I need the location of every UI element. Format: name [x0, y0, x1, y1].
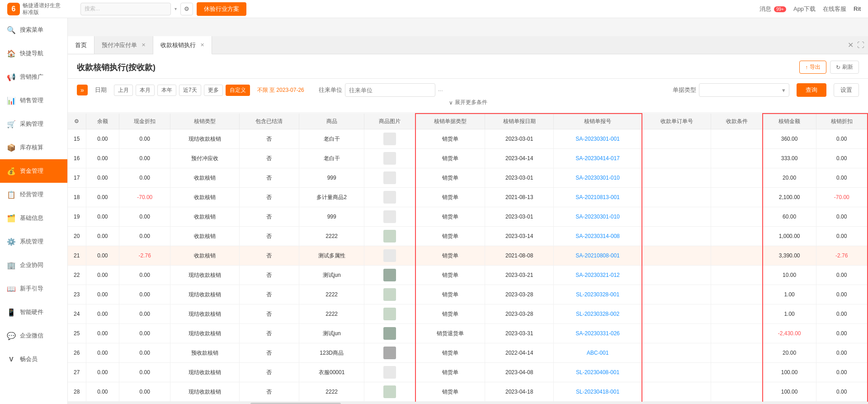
cell-writeoff-bill-date: 2023-04-14	[485, 149, 554, 168]
industry-button[interactable]: 休验行业方案	[197, 2, 246, 16]
from-unit-input[interactable]	[345, 83, 435, 97]
date-btn-this-month[interactable]: 本月	[136, 85, 155, 96]
table-row: 21 0.00 -2.76 收款核销 否 测试多属性 销货单 2021-08-0…	[68, 246, 868, 266]
cell-writeoff-bill-date: 2021-08-13	[485, 188, 554, 207]
th-writeoff-type: 核销类型	[170, 114, 239, 129]
cell-writeoff-bill-type: 销货单	[415, 382, 485, 402]
gear-button[interactable]: ⚙	[180, 3, 193, 15]
tab-receipt-writeoff[interactable]: 收款核销执行 ✕	[153, 36, 212, 54]
table-row: 28 0.00 0.00 现结收款核销 否 2222 销货单 2023-04-1…	[68, 382, 868, 402]
cell-writeoff-bill-no: SL-20230328-001	[554, 285, 642, 304]
query-button[interactable]: 查询	[797, 83, 826, 97]
tab-expand-icon[interactable]: ⛶	[857, 41, 864, 49]
sidebar-item-marketing[interactable]: 📢 营销推广	[0, 65, 67, 89]
cell-writeoff-bill-no: SA-20230301-010	[554, 207, 642, 227]
date-btn-7days[interactable]: 近7天	[179, 85, 201, 96]
cell-writeoff-amount: 360.00	[763, 129, 816, 149]
table-row: 20 0.00 0.00 收款核销 否 2222 销货单 2023-03-14 …	[68, 227, 868, 246]
cell-writeoff-amount: 60.00	[763, 207, 816, 227]
writeoff-bill-no-link[interactable]: SA-20230301-010	[576, 214, 619, 220]
writeoff-bill-no-link[interactable]: SA-20210808-001	[576, 252, 619, 259]
cell-receipt-order-no	[642, 266, 711, 285]
cell-goods-img	[364, 304, 415, 324]
bill-type-select[interactable]: ▾	[699, 83, 789, 97]
sidebar-item-basicinfo[interactable]: 🗂️ 基础信息	[0, 206, 67, 230]
writeoff-bill-no-link[interactable]: SA-20230301-010	[576, 175, 619, 181]
th-settings[interactable]: ⚙	[68, 114, 86, 129]
th-balance: 余额	[86, 114, 119, 129]
cell-writeoff-type: 预收款核销	[170, 343, 239, 363]
cell-include-settled: 否	[239, 129, 299, 149]
writeoff-bill-no-link[interactable]: ABC-001	[587, 350, 609, 356]
user-name: Rit	[854, 5, 861, 12]
writeoff-bill-no-link[interactable]: SL-20230328-001	[576, 291, 619, 298]
sidebar-item-smarthw[interactable]: 📱 智能硬件	[0, 300, 67, 324]
settings-button[interactable]: 设置	[834, 83, 859, 97]
cell-writeoff-bill-type: 销货单	[415, 129, 485, 149]
more-options-icon[interactable]: ···	[438, 87, 443, 94]
date-btn-custom[interactable]: 自定义	[226, 85, 250, 96]
cell-receipt-condition	[711, 149, 763, 168]
tab-prepay[interactable]: 预付冲应付单 ✕	[94, 36, 153, 54]
cell-no: 26	[68, 343, 86, 363]
date-btn-this-year[interactable]: 本年	[157, 85, 176, 96]
cell-goods: 999	[299, 168, 364, 188]
sidebar-item-purchase[interactable]: 🛒 采购管理	[0, 112, 67, 136]
tab-prepay-close[interactable]: ✕	[142, 42, 146, 48]
writeoff-bill-no-link[interactable]: SA-20230414-017	[576, 155, 619, 162]
cell-receipt-order-no	[642, 304, 711, 324]
cell-writeoff-bill-type: 销货单	[415, 343, 485, 363]
table-container: ⚙ 余额 现金折扣 核销类型 包含已结清 商品 商品图片 核销单据类型 核销单报…	[68, 113, 868, 404]
writeoff-bill-no-link[interactable]: SL-20230328-002	[576, 311, 619, 317]
marketing-icon: 📢	[7, 73, 15, 81]
date-btn-more[interactable]: 更多	[204, 85, 223, 96]
expand-more-bar[interactable]: ∨ 展开更多条件	[77, 97, 859, 108]
sidebar-item-system[interactable]: ⚙️ 系统管理	[0, 230, 67, 253]
sidebar-item-wechat[interactable]: 💬 企业微信	[0, 324, 67, 347]
sidebar-item-guide[interactable]: 📖 新手引导	[0, 277, 67, 300]
purchase-icon: 🛒	[7, 120, 15, 128]
horizontal-scrollbar[interactable]	[68, 402, 868, 404]
writeoff-bill-no-link[interactable]: SA-20230301-001	[576, 136, 619, 142]
cell-include-settled: 否	[239, 266, 299, 285]
tab-home[interactable]: 首页	[68, 36, 94, 54]
writeoff-bill-no-link[interactable]: SA-20230314-008	[576, 233, 619, 239]
export-button[interactable]: ↑ 导出	[799, 61, 826, 74]
cell-include-settled: 否	[239, 168, 299, 188]
writeoff-bill-no-link[interactable]: SA-20230321-012	[576, 272, 619, 278]
cell-no: 25	[68, 324, 86, 343]
sidebar-item-member[interactable]: V 畅会员	[0, 347, 67, 371]
cell-writeoff-bill-type: 销货单	[415, 304, 485, 324]
sidebar-item-search[interactable]: 🔍 搜索菜单	[0, 18, 67, 42]
sidebar-item-sales[interactable]: 📊 销售管理	[0, 89, 67, 112]
sidebar-item-finance[interactable]: 💰 资金管理	[0, 159, 67, 183]
cell-writeoff-bill-date: 2023-03-31	[485, 324, 554, 343]
refresh-button[interactable]: ↻ 刷新	[830, 61, 859, 74]
writeoff-bill-no-link[interactable]: SA-20210813-001	[576, 194, 619, 200]
writeoff-bill-no-link[interactable]: SL-20230408-001	[576, 369, 619, 375]
tab-close-all-icon[interactable]: ✕	[848, 41, 854, 49]
date-btn-last-month[interactable]: 上月	[114, 85, 133, 96]
th-goods-img: 商品图片	[364, 114, 415, 129]
sidebar-item-quicknav[interactable]: 🏠 快捷导航	[0, 42, 67, 65]
cell-goods: 测试jun	[299, 266, 364, 285]
cell-goods-img	[364, 207, 415, 227]
online-service-link[interactable]: 在线客服	[823, 5, 846, 13]
cell-writeoff-amount: 1,000.00	[763, 227, 816, 246]
message-link[interactable]: 消息 99+	[760, 5, 786, 13]
cell-writeoff-bill-type: 销货单	[415, 188, 485, 207]
app-download-link[interactable]: App下载	[793, 5, 816, 13]
cell-goods: 测试多属性	[299, 246, 364, 266]
cell-writeoff-bill-date: 2023-03-14	[485, 227, 554, 246]
sidebar-item-operations[interactable]: 📋 经营管理	[0, 183, 67, 206]
sidebar-item-inventory[interactable]: 📦 库存核算	[0, 136, 67, 159]
cell-receipt-condition	[711, 266, 763, 285]
filter-expand-button[interactable]: »	[77, 85, 88, 95]
cell-cash-discount: 0.00	[119, 343, 170, 363]
cell-cash-discount: -70.00	[119, 188, 170, 207]
tab-receipt-writeoff-close[interactable]: ✕	[200, 42, 204, 48]
sidebar-item-enterprise[interactable]: 🏢 企业协同	[0, 253, 67, 277]
writeoff-bill-no-link[interactable]: SA-20230331-026	[576, 330, 619, 337]
cell-goods: 测试jun	[299, 324, 364, 343]
writeoff-bill-no-link[interactable]: SL-20230418-001	[576, 389, 619, 395]
